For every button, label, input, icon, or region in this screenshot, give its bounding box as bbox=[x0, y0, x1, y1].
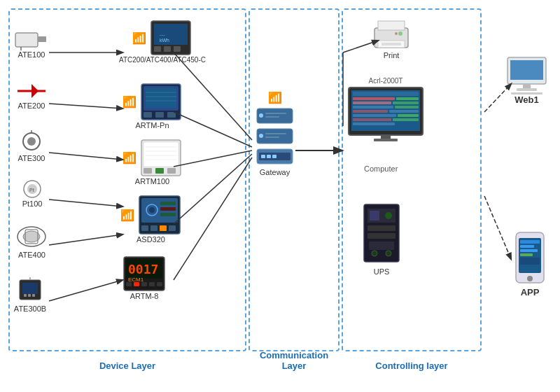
device-layer-label: Device Layer bbox=[8, 360, 246, 371]
svg-rect-106 bbox=[368, 225, 396, 231]
svg-rect-77 bbox=[272, 155, 276, 158]
device-ate100: ATE100 bbox=[14, 29, 49, 59]
svg-point-82 bbox=[398, 31, 402, 36]
gateway-device: 📶 Gateway bbox=[255, 91, 294, 176]
svg-rect-50 bbox=[160, 207, 176, 211]
svg-rect-62 bbox=[141, 282, 147, 286]
svg-rect-35 bbox=[167, 112, 176, 118]
svg-rect-108 bbox=[369, 241, 394, 250]
svg-point-70 bbox=[259, 134, 263, 138]
svg-rect-75 bbox=[261, 155, 265, 158]
svg-rect-37 bbox=[144, 142, 178, 167]
svg-rect-22 bbox=[154, 46, 161, 52]
software-monitor: Acrl-2000T bbox=[347, 77, 424, 142]
svg-point-6 bbox=[27, 137, 36, 146]
svg-rect-96 bbox=[398, 114, 419, 117]
svg-rect-61 bbox=[134, 282, 139, 286]
meter-artm100: 📶 ARTM100 bbox=[122, 139, 182, 186]
svg-rect-63 bbox=[149, 282, 155, 286]
meter-artm-pn: 📶 ARTM-Pn bbox=[122, 83, 182, 130]
svg-text:0017: 0017 bbox=[128, 262, 158, 276]
app-item: APP bbox=[512, 231, 547, 298]
comm-layer-box bbox=[248, 8, 340, 351]
svg-rect-18 bbox=[32, 294, 35, 297]
svg-rect-67 bbox=[265, 113, 286, 114]
svg-rect-33 bbox=[144, 112, 152, 118]
svg-rect-64 bbox=[157, 282, 162, 286]
svg-point-48 bbox=[149, 207, 155, 213]
svg-rect-97 bbox=[353, 118, 391, 121]
svg-rect-91 bbox=[353, 106, 393, 108]
device-ate300: ATE300 bbox=[14, 130, 49, 162]
control-layer-box bbox=[342, 8, 482, 351]
svg-rect-119 bbox=[520, 245, 534, 248]
svg-rect-86 bbox=[353, 92, 419, 96]
svg-rect-118 bbox=[520, 240, 540, 244]
svg-rect-93 bbox=[353, 110, 388, 113]
svg-rect-23 bbox=[164, 46, 171, 52]
svg-rect-51 bbox=[160, 213, 176, 216]
svg-rect-92 bbox=[395, 106, 419, 108]
svg-point-83 bbox=[395, 32, 398, 35]
comm-layer-label: Communication Layer bbox=[248, 350, 340, 371]
svg-rect-15 bbox=[22, 283, 38, 294]
svg-rect-52 bbox=[141, 225, 148, 231]
svg-rect-94 bbox=[389, 110, 419, 113]
svg-rect-1 bbox=[38, 36, 46, 42]
meter-atc200: 📶 --- kWh ATC200/ATC400/ATC450-C bbox=[119, 20, 206, 64]
web1-item: Web1 bbox=[504, 56, 550, 105]
main-diagram: Device Layer Communication Layer Control… bbox=[0, 0, 560, 392]
svg-rect-72 bbox=[265, 136, 279, 138]
ups-device: UPS bbox=[360, 203, 402, 276]
svg-point-105 bbox=[385, 212, 392, 219]
svg-rect-71 bbox=[265, 133, 286, 134]
svg-rect-114 bbox=[517, 88, 537, 91]
svg-text:Pt: Pt bbox=[29, 188, 34, 192]
svg-rect-120 bbox=[520, 249, 538, 252]
svg-rect-54 bbox=[160, 225, 167, 231]
svg-rect-44 bbox=[167, 168, 176, 174]
svg-rect-0 bbox=[15, 33, 38, 47]
svg-point-109 bbox=[372, 251, 377, 256]
printer-device: Print bbox=[371, 20, 412, 59]
svg-rect-68 bbox=[265, 116, 279, 118]
svg-rect-76 bbox=[267, 155, 271, 158]
device-pt100: Pt Pt100 bbox=[15, 178, 49, 208]
svg-rect-43 bbox=[155, 168, 164, 174]
device-ate400: ATE400 bbox=[13, 223, 51, 259]
svg-rect-122 bbox=[520, 258, 540, 265]
svg-text:ECM1: ECM1 bbox=[128, 276, 144, 283]
svg-point-110 bbox=[386, 251, 391, 256]
svg-rect-88 bbox=[396, 97, 419, 100]
svg-rect-107 bbox=[368, 233, 396, 239]
device-ate300b: ATE300B bbox=[13, 276, 48, 313]
svg-rect-79 bbox=[378, 21, 405, 30]
meter-artm8: 0017 ECM1 ARTM-8 bbox=[122, 255, 166, 300]
svg-point-123 bbox=[527, 276, 533, 281]
svg-rect-95 bbox=[353, 114, 396, 117]
svg-rect-121 bbox=[520, 253, 533, 256]
svg-rect-113 bbox=[523, 84, 531, 88]
svg-rect-55 bbox=[169, 225, 176, 231]
svg-rect-112 bbox=[510, 60, 543, 80]
svg-line-139 bbox=[484, 196, 511, 259]
svg-rect-16 bbox=[24, 294, 27, 297]
svg-rect-99 bbox=[353, 122, 395, 125]
svg-rect-104 bbox=[370, 211, 379, 220]
svg-point-66 bbox=[259, 113, 263, 118]
svg-rect-29 bbox=[146, 88, 176, 108]
svg-rect-101 bbox=[374, 139, 398, 141]
device-ate200: ATE200 bbox=[14, 80, 49, 110]
svg-rect-87 bbox=[353, 97, 395, 100]
svg-marker-4 bbox=[31, 84, 38, 98]
computer-label: Computer bbox=[364, 164, 398, 173]
svg-rect-90 bbox=[393, 102, 419, 104]
svg-rect-49 bbox=[160, 202, 176, 205]
svg-point-12 bbox=[23, 231, 40, 242]
svg-rect-81 bbox=[382, 43, 401, 46]
svg-rect-98 bbox=[393, 118, 419, 121]
svg-text:kWh: kWh bbox=[160, 38, 169, 43]
svg-rect-60 bbox=[126, 282, 132, 286]
meter-asd320: 📶 ASD320 bbox=[120, 195, 181, 244]
svg-rect-89 bbox=[353, 102, 391, 104]
